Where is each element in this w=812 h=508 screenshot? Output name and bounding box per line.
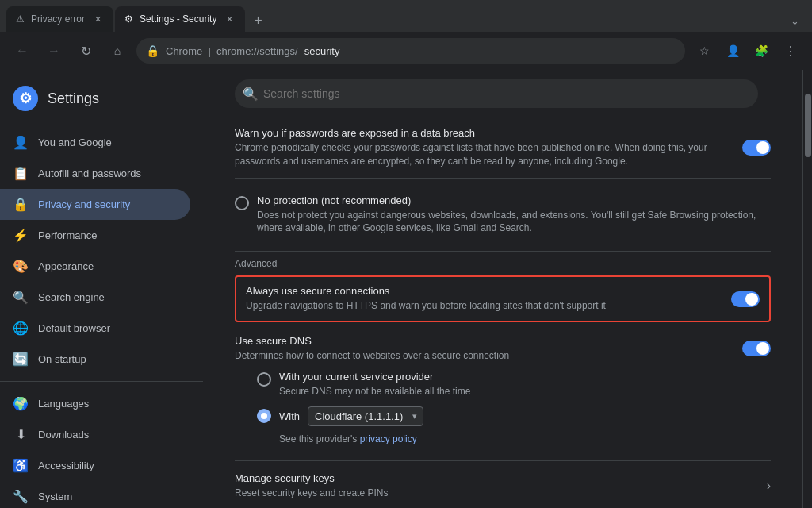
search-bar: 🔍: [203, 70, 802, 117]
no-protection-text: No protection (not recommended) Does not…: [257, 194, 771, 236]
no-protection-setting: No protection (not recommended) Does not…: [235, 179, 771, 252]
no-protection-radio[interactable]: [235, 196, 249, 210]
search-input[interactable]: [235, 79, 758, 108]
sidebar-item-system[interactable]: 🔧 System: [0, 481, 190, 508]
always-https-toggle[interactable]: [731, 291, 760, 307]
sidebar-label-default-browser: Default browser: [38, 322, 110, 334]
manage-keys-title: Manage security keys: [235, 472, 767, 484]
sidebar-item-search[interactable]: 🔍 Search engine: [0, 282, 190, 313]
sidebar-item-accessibility[interactable]: ♿ Accessibility: [0, 450, 190, 481]
dns-option1-radio[interactable]: [257, 372, 271, 387]
address-origin: Chrome | chrome://settings/: [166, 45, 298, 57]
dns-options: With your current service provider Secur…: [235, 363, 771, 451]
appearance-icon: 🎨: [13, 259, 29, 274]
password-breach-setting: Warn you if passwords are exposed in a d…: [235, 117, 771, 179]
tab-title-1: Privacy error: [31, 13, 85, 25]
privacy-icon: 🔒: [13, 197, 29, 212]
search-icon: 🔍: [243, 87, 259, 102]
sidebar-label-autofill: Autofill and passwords: [38, 167, 141, 179]
sidebar-item-you-google[interactable]: 👤 You and Google: [0, 127, 190, 158]
sidebar-title: Settings: [48, 90, 99, 107]
sidebar-item-languages[interactable]: 🌍 Languages: [0, 388, 190, 419]
bookmark-button[interactable]: ☆: [691, 38, 717, 64]
tab-bar: ⚠ Privacy error ✕ ⚙ Settings - Security …: [0, 0, 812, 32]
tab-close-1[interactable]: ✕: [91, 13, 104, 25]
sidebar-label-appearance: Appearance: [38, 260, 94, 272]
sidebar-label-system: System: [38, 491, 72, 502]
dns-option1-desc: Secure DNS may not be available all the …: [279, 385, 771, 398]
address-path: security: [304, 45, 340, 57]
no-protection-desc: Does not protect you against dangerous w…: [257, 209, 771, 236]
languages-icon: 🌍: [13, 396, 29, 411]
sidebar-item-default-browser[interactable]: 🌐 Default browser: [0, 313, 190, 344]
tab-close-2[interactable]: ✕: [223, 13, 236, 25]
sidebar-item-downloads[interactable]: ⬇ Downloads: [0, 419, 190, 450]
reload-button[interactable]: ↻: [73, 38, 98, 64]
dns-provider-dropdown[interactable]: Cloudflare (1.1.1.1) Google (8.8.8.8) Cu…: [308, 406, 423, 426]
downloads-icon: ⬇: [13, 427, 29, 442]
new-tab-button[interactable]: +: [247, 10, 269, 32]
system-icon: 🔧: [13, 489, 29, 504]
address-bar[interactable]: 🔒 Chrome | chrome://settings/security: [136, 38, 685, 64]
password-breach-text: Warn you if passwords are exposed in a d…: [235, 127, 730, 168]
secure-dns-text: Use secure DNS Determines how to connect…: [235, 335, 730, 363]
sidebar-divider: [0, 381, 203, 382]
manage-keys-arrow: ›: [767, 479, 771, 493]
menu-button[interactable]: ⋮: [777, 38, 802, 64]
secure-dns-toggle[interactable]: [742, 341, 771, 356]
forward-button[interactable]: →: [41, 38, 67, 64]
scrollbar-track: [802, 70, 812, 508]
scrollbar-thumb[interactable]: [805, 94, 811, 157]
password-breach-desc: Chrome periodically checks your password…: [235, 141, 730, 168]
sidebar-header: ⚙ Settings: [0, 76, 203, 121]
sidebar-label-accessibility: Accessibility: [38, 460, 94, 471]
tab-title-2: Settings - Security: [140, 13, 216, 25]
home-button[interactable]: ⌂: [105, 38, 130, 64]
secure-dns-desc: Determines how to connect to websites ov…: [235, 349, 730, 363]
main-layout: ⚙ Settings 👤 You and Google 📋 Autofill a…: [0, 70, 812, 508]
tab-favicon-1: ⚠: [16, 13, 25, 25]
sidebar-item-autofill[interactable]: 📋 Autofill and passwords: [0, 158, 190, 189]
tab-privacy-error[interactable]: ⚠ Privacy error ✕: [6, 6, 113, 32]
browser-chrome: ⚠ Privacy error ✕ ⚙ Settings - Security …: [0, 0, 812, 70]
privacy-link[interactable]: privacy policy: [360, 433, 417, 444]
nav-actions: ☆ 👤 🧩 ⋮: [691, 38, 802, 64]
sidebar-item-privacy[interactable]: 🔒 Privacy and security: [0, 189, 190, 220]
dns-with-label: With: [279, 410, 300, 422]
sidebar-label-search: Search engine: [38, 291, 105, 303]
sidebar-label-languages: Languages: [38, 398, 89, 410]
privacy-link-row: See this provider's privacy policy: [257, 429, 771, 448]
sidebar-item-appearance[interactable]: 🎨 Appearance: [0, 251, 190, 282]
dns-option1-label: With your current service provider: [279, 371, 771, 383]
dns-option1-text: With your current service provider Secur…: [279, 371, 771, 398]
address-security-icon: 🔒: [146, 44, 159, 57]
always-https-setting: Always use secure connections Upgrade na…: [235, 275, 771, 322]
tab-overflow-button[interactable]: ⌄: [783, 10, 806, 32]
sidebar-item-startup[interactable]: 🔄 On startup: [0, 344, 190, 375]
dns-provider-wrapper: Cloudflare (1.1.1.1) Google (8.8.8.8) Cu…: [308, 406, 423, 426]
sidebar: ⚙ Settings 👤 You and Google 📋 Autofill a…: [0, 70, 203, 508]
settings-logo: ⚙: [13, 86, 38, 111]
always-https-desc: Upgrade navigations to HTTPS and warn yo…: [246, 299, 718, 313]
manage-keys-desc: Reset security keys and create PINs: [235, 487, 767, 500]
always-https-title: Always use secure connections: [246, 285, 718, 297]
dns-option1-row: With your current service provider Secur…: [257, 366, 771, 403]
profile-button[interactable]: 👤: [720, 38, 745, 64]
tab-settings[interactable]: ⚙ Settings - Security ✕: [115, 6, 245, 32]
back-button[interactable]: ←: [10, 38, 35, 64]
default-browser-icon: 🌐: [13, 321, 29, 336]
dns-option2-row: With Cloudflare (1.1.1.1) Google (8.8.8.…: [257, 403, 771, 429]
you-google-icon: 👤: [13, 135, 29, 150]
sidebar-item-performance[interactable]: ⚡ Performance: [0, 220, 190, 251]
privacy-link-prefix: See this provider's: [279, 433, 360, 444]
dns-option2-radio[interactable]: [257, 409, 271, 423]
extensions-button[interactable]: 🧩: [749, 38, 774, 64]
sidebar-label-startup: On startup: [38, 353, 86, 365]
manage-keys-item[interactable]: Manage security keys Reset security keys…: [235, 461, 771, 508]
nav-bar: ← → ↻ ⌂ 🔒 Chrome | chrome://settings/sec…: [0, 32, 812, 70]
password-breach-toggle[interactable]: [742, 140, 771, 156]
secure-dns-setting: Use secure DNS Determines how to connect…: [235, 325, 771, 461]
content-area: 🔍 Warn you if passwords are exposed in a…: [203, 70, 802, 508]
tab-favicon-2: ⚙: [124, 13, 133, 25]
advanced-label: Advanced: [235, 252, 771, 272]
